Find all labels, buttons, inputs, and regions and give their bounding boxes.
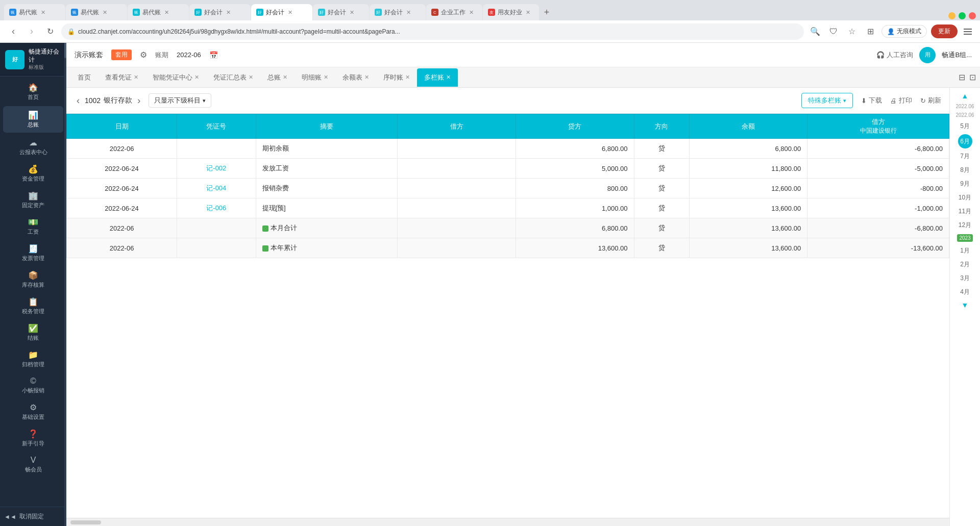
tab-close-icon[interactable]: ✕ (288, 9, 292, 16)
download-button[interactable]: ⬇ 下载 (861, 96, 882, 105)
timeline-month-3[interactable]: 3月 (950, 271, 980, 285)
tab-close-icon[interactable]: ✕ (405, 74, 410, 81)
member-icon: V (31, 456, 36, 465)
timeline-month-9[interactable]: 9月 (950, 177, 980, 191)
tab-close-icon[interactable]: ✕ (446, 74, 451, 81)
tab-yidaizhang-1[interactable]: 账 易代账 ✕ (4, 4, 65, 20)
sidebar-item-home[interactable]: 🏠 首页 (0, 79, 66, 105)
tab-close-icon[interactable]: ✕ (526, 9, 530, 16)
timeline-month-5[interactable]: 5月 (950, 119, 980, 133)
sidebar-item-expense[interactable]: © 小畅报销 (0, 372, 66, 398)
shield-icon[interactable]: 🛡 (826, 24, 841, 39)
window-menu-button[interactable] (962, 27, 974, 37)
timeline-month-4[interactable]: 4月 (950, 285, 980, 299)
timeline-month-2[interactable]: 2月 (950, 258, 980, 271)
sidebar-footer[interactable]: ◄◄ 取消固定 (0, 507, 66, 526)
tab-detail-ledger[interactable]: 明细账 ✕ (295, 68, 335, 87)
window-restore-button[interactable] (959, 12, 966, 19)
refresh-button[interactable]: ↻ (43, 24, 57, 39)
tab-youyou[interactable]: 友 用友好业 ✕ (483, 4, 539, 20)
tab-close-icon[interactable]: ✕ (469, 9, 474, 16)
tab-close-icon[interactable]: ✕ (406, 9, 411, 16)
window-close-button[interactable] (969, 12, 976, 19)
tab-close-icon[interactable]: ✕ (41, 9, 45, 16)
sidebar-item-cloud-report[interactable]: ☁ 云报表中心 (0, 134, 66, 160)
timeline-month-11[interactable]: 11月 (950, 205, 980, 218)
settings-icon[interactable]: ⚙ (140, 50, 147, 60)
tab-close-icon[interactable]: ✕ (194, 74, 199, 81)
star-icon[interactable]: ☆ (845, 24, 859, 39)
horizontal-scrollbar[interactable] (66, 518, 949, 526)
timeline-down-arrow[interactable]: ▼ (960, 299, 971, 311)
tab-general-ledger[interactable]: 总账 ✕ (260, 68, 295, 87)
tab-haohuiji-2-active[interactable]: 好 好会计 ✕ (251, 4, 312, 20)
tab-smart-voucher[interactable]: 智能凭证中心 ✕ (145, 68, 206, 87)
tab-close-icon[interactable]: ✕ (283, 74, 287, 81)
timeline-month-6-active[interactable]: 6月 (958, 134, 972, 148)
timeline-month-8[interactable]: 8月 (950, 163, 980, 177)
sidebar-item-tax[interactable]: 📋 税务管理 (0, 293, 66, 319)
tab-yidaizhang-3[interactable]: 账 易代账 ✕ (128, 4, 189, 20)
address-bar[interactable]: 🔒 cloud2.chanjet.com/accounting/uh26t264… (61, 23, 804, 40)
sidebar-item-inventory[interactable]: 📦 库存核算 (0, 266, 66, 293)
tab-close-icon[interactable]: ✕ (350, 9, 354, 16)
print-button[interactable]: 🖨 打印 (890, 96, 912, 105)
sidebar-item-assets[interactable]: 🏢 固定资产 (0, 187, 66, 213)
voucher-link[interactable]: 记-004 (206, 184, 226, 192)
demo-badge[interactable]: 套用 (111, 49, 132, 60)
minimize-icon[interactable]: ⊟ (959, 72, 965, 82)
update-button[interactable]: 更新 (931, 24, 958, 38)
tab-close-icon[interactable]: ✕ (134, 74, 138, 81)
sidebar-item-settings[interactable]: ⚙ 基础设置 (0, 398, 66, 425)
special-multi-button[interactable]: 特殊多栏账 ▾ (801, 93, 853, 108)
maximize-icon[interactable]: ⊡ (969, 72, 976, 82)
voucher-link[interactable]: 记-002 (206, 164, 226, 172)
tab-close-icon[interactable]: ✕ (103, 9, 107, 16)
tab-voucher-summary[interactable]: 凭证汇总表 ✕ (206, 68, 260, 87)
profile-button[interactable]: 👤 无痕模式 (881, 25, 927, 38)
tab-close-icon[interactable]: ✕ (364, 74, 369, 81)
tab-multi-column[interactable]: 多栏账 ✕ (417, 68, 458, 87)
next-account-button[interactable]: › (135, 95, 142, 106)
tab-haohuiji-1[interactable]: 好 好会计 ✕ (189, 4, 251, 20)
tab-close-icon[interactable]: ✕ (249, 74, 253, 81)
sidebar-item-member[interactable]: V 畅会员 (0, 452, 66, 478)
window-minimize-button[interactable] (948, 12, 955, 19)
tab-yidaizhang-2[interactable]: 账 易代账 ✕ (66, 4, 127, 20)
tab-enterprise[interactable]: C 企业工作 ✕ (426, 4, 482, 20)
tab-haohuiji-4[interactable]: 好 好会计 ✕ (370, 4, 426, 20)
tax-icon: 📋 (28, 297, 38, 307)
tab-balance[interactable]: 余额表 ✕ (335, 68, 376, 87)
sidebar-item-invoice[interactable]: 🧾 发票管理 (0, 240, 66, 266)
prev-account-button[interactable]: ‹ (75, 95, 82, 106)
cell-voucher: 记-004 (177, 179, 256, 198)
tab-close-icon[interactable]: ✕ (164, 9, 169, 16)
timeline-month-1[interactable]: 1月 (950, 244, 980, 258)
filter-dropdown[interactable]: 只显示下级科目 ▾ (149, 93, 211, 108)
extensions-icon[interactable]: ⊞ (863, 24, 877, 39)
calendar-icon[interactable]: 📅 (209, 51, 218, 59)
sidebar-item-salary[interactable]: 💵 工资 (0, 213, 66, 240)
timeline-month-7[interactable]: 7月 (950, 149, 980, 163)
new-tab-button[interactable]: + (540, 5, 554, 19)
voucher-link[interactable]: 记-006 (206, 204, 226, 212)
sidebar-item-settle[interactable]: ✅ 结账 (0, 319, 66, 346)
tab-view-voucher[interactable]: 查看凭证 ✕ (98, 68, 145, 87)
tab-sequence-ledger[interactable]: 序时账 ✕ (376, 68, 417, 87)
search-icon[interactable]: 🔍 (808, 24, 822, 39)
tab-close-icon[interactable]: ✕ (226, 9, 231, 16)
sidebar-item-archive[interactable]: 📁 归档管理 (0, 346, 66, 372)
timeline-up-arrow[interactable]: ▲ (960, 90, 971, 102)
tab-home[interactable]: 首页 (70, 68, 98, 87)
back-button[interactable]: ‹ (6, 24, 20, 39)
tab-haohuiji-3[interactable]: 好 好会计 ✕ (313, 4, 369, 20)
tab-close-icon[interactable]: ✕ (324, 74, 328, 81)
sidebar-item-fund[interactable]: 💰 资金管理 (0, 160, 66, 187)
sidebar-item-ledger[interactable]: 📊 总账 (3, 106, 63, 133)
forward-button[interactable]: › (24, 24, 39, 39)
consult-button[interactable]: 🎧 人工咨询 (876, 51, 913, 60)
refresh-table-button[interactable]: ↻ 刷新 (920, 96, 941, 105)
timeline-month-12[interactable]: 12月 (950, 218, 980, 232)
timeline-month-10[interactable]: 10月 (950, 191, 980, 205)
sidebar-item-guide[interactable]: ❓ 新手引导 (0, 425, 66, 452)
